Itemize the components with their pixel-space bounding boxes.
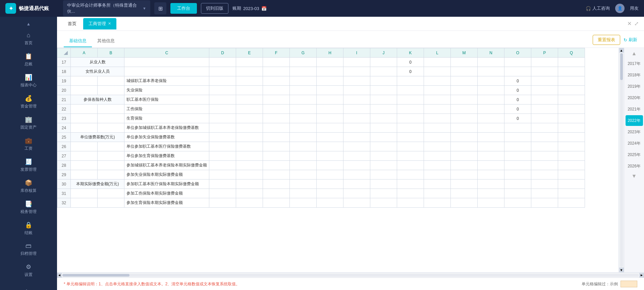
cell-27-f[interactable] <box>263 151 290 161</box>
cell-32-d[interactable] <box>209 198 236 208</box>
cell-31-q[interactable] <box>558 189 585 198</box>
hscroll-thumb[interactable] <box>62 274 129 277</box>
cell-24-g[interactable] <box>290 123 317 133</box>
cell-27-d[interactable] <box>209 151 236 161</box>
cell-29-j[interactable] <box>370 170 397 179</box>
cell-23-c[interactable]: 生育保险 <box>124 114 209 123</box>
cell-24-q[interactable] <box>558 123 585 133</box>
cell-23-i[interactable] <box>343 114 370 123</box>
cell-29-k[interactable] <box>397 170 424 179</box>
cell-32-i[interactable] <box>343 198 370 208</box>
cell-19-a[interactable] <box>71 76 98 86</box>
cell-24-e[interactable] <box>236 123 263 133</box>
vertical-scrollbar[interactable]: ▲ ▼ <box>619 48 624 272</box>
cell-21-j[interactable] <box>370 95 397 104</box>
cell-29-l[interactable] <box>424 170 451 179</box>
cell-25-ab[interactable]: 单位缴费基数(万元) <box>71 133 124 142</box>
cell-26-n[interactable] <box>478 142 504 151</box>
cell-22-d[interactable] <box>209 104 236 114</box>
cell-22-c[interactable]: 工伤保险 <box>124 104 209 114</box>
cell-22-k[interactable] <box>397 104 424 114</box>
cell-29-d[interactable] <box>209 170 236 179</box>
cell-18-h[interactable] <box>317 67 343 76</box>
cell-19-e[interactable] <box>236 76 263 86</box>
sidebar-item-reports[interactable]: 📊 报表中心 <box>0 70 57 91</box>
cell-20-j[interactable] <box>370 86 397 95</box>
cell-18-e[interactable] <box>236 67 263 76</box>
cell-30-o[interactable] <box>504 179 531 189</box>
cell-29-q[interactable] <box>558 170 585 179</box>
cell-22-i[interactable] <box>343 104 370 114</box>
cell-21-m[interactable] <box>451 95 478 104</box>
cell-31-o[interactable] <box>504 189 531 198</box>
vscroll-track[interactable] <box>620 53 623 267</box>
cell-25-c[interactable]: 单位参加失业保险缴费基数 <box>124 133 209 142</box>
cell-22-m[interactable] <box>451 104 478 114</box>
cell-28-o[interactable] <box>504 161 531 170</box>
year-item-2017[interactable]: 2017年 <box>626 58 643 69</box>
cell-20-o[interactable]: 0 <box>504 86 531 95</box>
cell-23-e[interactable] <box>236 114 263 123</box>
cell-30-l[interactable] <box>424 179 451 189</box>
cell-26-e[interactable] <box>236 142 263 151</box>
cell-19-h[interactable] <box>317 76 343 86</box>
cell-28-k[interactable] <box>397 161 424 170</box>
cell-28-a[interactable] <box>71 161 98 170</box>
cell-32-h[interactable] <box>317 198 343 208</box>
workbench-button[interactable]: 工作台 <box>170 3 197 14</box>
cell-22-o[interactable]: 0 <box>504 104 531 114</box>
subtab-basic[interactable]: 基础信息 <box>64 35 92 47</box>
sidebar-item-settings[interactable]: ⚙ 设置 <box>0 260 57 281</box>
cell-30-p[interactable] <box>531 179 558 189</box>
cell-32-a[interactable] <box>71 198 98 208</box>
window-close-icon[interactable]: ✕ <box>627 20 632 27</box>
vscroll-up-button[interactable]: ▲ <box>619 48 624 53</box>
cell-21-k[interactable] <box>397 95 424 104</box>
cell-25-j[interactable] <box>370 133 397 142</box>
cell-26-h[interactable] <box>317 142 343 151</box>
cell-25-k[interactable] <box>397 133 424 142</box>
cell-27-j[interactable] <box>370 151 397 161</box>
cell-27-c[interactable]: 单位参加生育保险缴费基数 <box>124 151 209 161</box>
tab-industry[interactable]: 工商管理 ✕ <box>83 18 116 29</box>
cell-26-l[interactable] <box>424 142 451 151</box>
hscroll-left-button[interactable]: ◄ <box>57 273 62 278</box>
cell-32-l[interactable] <box>424 198 451 208</box>
cell-23-d[interactable] <box>209 114 236 123</box>
vscroll-down-button[interactable]: ▼ <box>619 268 624 272</box>
cell-27-q[interactable] <box>558 151 585 161</box>
cell-20-e[interactable] <box>236 86 263 95</box>
cell-25-m[interactable] <box>451 133 478 142</box>
cell-17-k[interactable]: 0 <box>397 58 424 67</box>
cell-19-d[interactable] <box>209 76 236 86</box>
cell-23-q[interactable] <box>558 114 585 123</box>
cell-21-l[interactable] <box>424 95 451 104</box>
cell-23-k[interactable] <box>397 114 424 123</box>
year-item-2021[interactable]: 2021年 <box>626 104 643 115</box>
company-icon-button[interactable]: ⊞ <box>154 2 166 14</box>
cell-27-i[interactable] <box>343 151 370 161</box>
year-item-2023[interactable]: 2023年 <box>626 127 643 137</box>
service-button[interactable]: 🎧 人工咨询 <box>586 5 610 11</box>
cell-31-n[interactable] <box>478 189 504 198</box>
cell-21-n[interactable] <box>478 95 504 104</box>
calendar-icon[interactable]: 📅 <box>261 6 267 11</box>
cell-27-b[interactable] <box>98 151 124 161</box>
hscroll-track[interactable] <box>62 274 639 277</box>
cell-24-p[interactable] <box>531 123 558 133</box>
cell-28-d[interactable] <box>209 161 236 170</box>
cell-18-j[interactable] <box>370 67 397 76</box>
cell-23-p[interactable] <box>531 114 558 123</box>
cell-30-j[interactable] <box>370 179 397 189</box>
cell-26-j[interactable] <box>370 142 397 151</box>
cell-27-k[interactable] <box>397 151 424 161</box>
cell-28-g[interactable] <box>290 161 317 170</box>
year-item-2020[interactable]: 2020年 <box>626 92 643 103</box>
cell-19-p[interactable] <box>531 76 558 86</box>
cell-18-i[interactable] <box>343 67 370 76</box>
cell-21-q[interactable] <box>558 95 585 104</box>
cell-17-q[interactable] <box>558 58 585 67</box>
cell-18-m[interactable] <box>451 67 478 76</box>
cell-27-p[interactable] <box>531 151 558 161</box>
cell-21-c[interactable]: 职工基本医疗保险 <box>124 95 209 104</box>
